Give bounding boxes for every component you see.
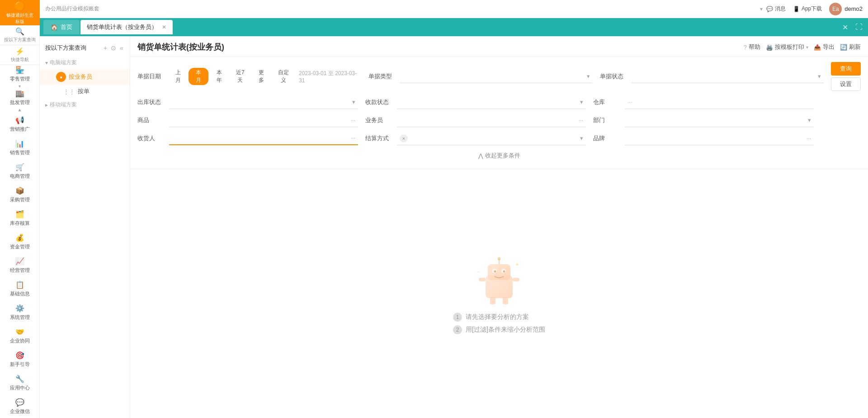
filter-settle-tag-close[interactable]: × (400, 134, 408, 142)
tip-text-2: 用[过滤]条件来缩小分析范围 (466, 326, 545, 334)
refresh-action[interactable]: 🔄 刷新 (840, 43, 861, 51)
filter-warehouse-select[interactable]: ··· (625, 95, 814, 109)
filter-docstatus-select[interactable]: ▾ (632, 70, 824, 83)
filter-salesman-field[interactable]: ··· (397, 114, 586, 127)
tree-sub-bidan[interactable]: ⋮⋮ 按单 (40, 85, 130, 98)
filter-date-group: 单据日期 上月 本月 本年 近7天 更多 自定义 2023-03-01 至 20… (137, 67, 361, 86)
app-download-action[interactable]: 📱 App下载 (793, 5, 822, 13)
sidebar-item-inventory[interactable]: 🗂️ 库存核算 (0, 206, 40, 230)
sidebar-logo[interactable]: 🟠 畅捷通好生意 标版 (0, 0, 40, 25)
tree-mobile: ▸ 移动端方案 (40, 98, 130, 111)
add-scheme-btn[interactable]: + (103, 43, 108, 52)
collapse-chevron-icon: ⋀ (478, 152, 483, 159)
help-action[interactable]: ? 帮助 (744, 43, 760, 51)
filter-doctype-select[interactable]: ▾ (400, 70, 592, 83)
sidebar-item-basic[interactable]: 📋 基础信息 (0, 277, 40, 300)
filter-outstatus-group: 出库状态 ▾ (137, 95, 358, 109)
filter-outstatus-select[interactable]: ▾ (169, 95, 358, 109)
sidebar-item-marketing[interactable]: 📢 营销推广 (0, 112, 40, 136)
sidebar-item-sales[interactable]: 📊 销售管理 (0, 136, 40, 159)
filter-dept-select[interactable]: ▾ (625, 114, 814, 127)
filter-settle-group: 结算方式 × ▾ (365, 132, 586, 145)
left-panel-title: 按以下方案查询 (45, 44, 86, 52)
settings-scheme-btn[interactable]: ⊙ (110, 43, 117, 52)
filter-receiptstatus-select[interactable]: ▾ (397, 95, 586, 109)
tree-desktop: ▾ 电脑端方案 ● 按业务员 ⋮⋮ 按单 (40, 56, 130, 98)
content-area: 按以下方案查询 + ⊙ « ▾ 电脑端方案 ● 按业务员 (40, 36, 868, 418)
action-buttons: 查询 设置 (831, 62, 861, 91)
date-btn-custom[interactable]: 自定义 (272, 67, 295, 86)
sidebar-item-system-label: 系统管理 (10, 314, 30, 321)
tab-maximize-btn[interactable]: ⛶ (854, 21, 864, 33)
sidebar-item-operations[interactable]: 📈 经营管理 (0, 253, 40, 277)
empty-tip-1: 1 请先选择要分析的方案 (453, 313, 545, 322)
sidebar-item-quicknav[interactable]: ⚡ 快捷导航 (0, 45, 40, 65)
filter-goods-field[interactable]: ··· (169, 114, 358, 127)
filter-warehouse-label: 仓库 (593, 98, 625, 106)
query-button[interactable]: 查询 (831, 62, 861, 76)
topbar-actions: 💬 消息 📱 App下载 Ea demo2 (766, 3, 863, 15)
sidebar-item-ecommerce[interactable]: 🛒 电商管理 (0, 159, 40, 183)
collapse-bar: ⋀ 收起更多条件 (137, 148, 861, 163)
filter-settle-select[interactable]: × ▾ (397, 132, 586, 145)
tree-mobile-header[interactable]: ▸ 移动端方案 (40, 98, 130, 111)
logo-text: 畅捷通好生意 (6, 12, 33, 19)
settings-button[interactable]: 设置 (831, 77, 861, 91)
date-btn-more[interactable]: 更多 (252, 67, 270, 86)
avatar[interactable]: Ea (829, 3, 842, 15)
sidebar-item-enterprise[interactable]: 🤝 企业协同 (0, 324, 40, 347)
user-area[interactable]: Ea demo2 (829, 3, 863, 15)
sidebar-item-system[interactable]: ⚙️ 系统管理 (0, 300, 40, 324)
help-icon: ? (744, 44, 747, 51)
tab-close-window-btn[interactable]: ✕ (840, 21, 850, 33)
sidebar-item-retail[interactable]: 🏪 零售管理 ▾ (0, 65, 40, 89)
date-btn-this-month[interactable]: 本月 (189, 68, 208, 85)
print-arrow[interactable]: ▾ (806, 45, 808, 50)
filter-consignee-field[interactable]: ··· (169, 132, 358, 145)
filter-docstatus-label: 单据状态 (600, 72, 632, 81)
tree-child-salesman[interactable]: ● 按业务员 (40, 69, 130, 85)
sidebar-item-appcenter[interactable]: 🔧 应用中心 (0, 371, 40, 394)
sidebar-item-wechat[interactable]: 💬 企业微信 (0, 394, 40, 418)
export-action[interactable]: 📤 导出 (814, 43, 835, 51)
sidebar-item-finance[interactable]: 💰 资金管理 (0, 230, 40, 253)
collapse-more-btn[interactable]: ⋀ 收起更多条件 (478, 152, 520, 160)
phone-icon: 📱 (793, 6, 800, 12)
sidebar-item-finance-label: 资金管理 (10, 243, 30, 250)
breadcrumb: 办公用品行业模拟账套 (45, 5, 756, 13)
sidebar-item-newbie-label: 新手引导 (10, 361, 30, 368)
filter-warehouse-value: ··· (627, 99, 632, 105)
collapse-panel-btn[interactable]: « (119, 43, 124, 52)
tree-desktop-header[interactable]: ▾ 电脑端方案 (40, 56, 130, 69)
date-btn-this-year[interactable]: 本年 (210, 67, 228, 86)
tree-child-salesman-label: 按业务员 (69, 73, 92, 81)
collapse-btn-label: 收起更多条件 (485, 152, 520, 160)
tab-sales-stat[interactable]: 销货单统计表（按业务员） ✕ (80, 20, 173, 34)
receiptstatus-arrow: ▾ (580, 99, 583, 105)
date-btn-7days[interactable]: 近7天 (230, 67, 250, 86)
tab-close-icon[interactable]: ✕ (162, 24, 166, 30)
tab-home[interactable]: 🏠 首页 (43, 20, 80, 34)
sidebar: 🟠 畅捷通好生意 标版 🔍 按以下方案查询 ⚡ 快捷导航 🏪 零售管理 ▾ 🏬 … (0, 0, 40, 418)
help-label: 帮助 (749, 43, 760, 51)
sidebar-item-purchase[interactable]: 📦 采购管理 (0, 183, 40, 206)
sidebar-item-newbie[interactable]: 🎯 新手引导 (0, 347, 40, 371)
message-action[interactable]: 💬 消息 (766, 5, 786, 13)
filter-goods-group: 商品 ··· (137, 114, 358, 127)
wholesale-expand-icon: ▲ (18, 107, 22, 112)
salesman-more-icon[interactable]: ··· (579, 117, 583, 124)
date-btn-last-month[interactable]: 上月 (169, 67, 187, 86)
brand-more-icon[interactable]: ··· (807, 135, 811, 142)
print-action[interactable]: 🖨️ 按模板打印 ▾ (766, 43, 808, 51)
settle-arrow: ▾ (580, 135, 583, 142)
filter-row-1: 单据日期 上月 本月 本年 近7天 更多 自定义 2023-03-01 至 20… (137, 62, 861, 91)
consignee-more-icon[interactable]: ··· (351, 135, 355, 141)
username-label[interactable]: demo2 (844, 5, 863, 12)
goods-more-icon[interactable]: ··· (351, 117, 355, 124)
refresh-label: 刷新 (849, 43, 861, 51)
breadcrumb-arrow[interactable]: ▾ (760, 6, 763, 12)
filter-brand-field[interactable]: ··· (625, 132, 814, 145)
filter-dept-group: 部门 ▾ (593, 114, 814, 127)
sidebar-item-wholesale[interactable]: 🏬 批发管理 ▲ (0, 89, 40, 112)
sidebar-item-search[interactable]: 🔍 按以下方案查询 (0, 25, 40, 45)
